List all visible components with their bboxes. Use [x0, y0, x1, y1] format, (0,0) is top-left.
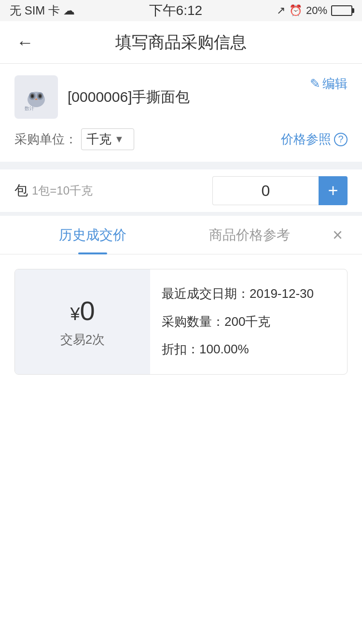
tab-history-label: 历史成交价: [59, 226, 126, 244]
location-icon: ↗: [277, 4, 285, 17]
sim-label: 无 SIM 卡 ☁: [10, 3, 75, 18]
battery-icon: [331, 5, 352, 16]
nav-bar: ← 填写商品采购信息: [0, 21, 362, 64]
product-name: [0000006]手撕面包: [68, 87, 190, 107]
price-ref-label: 价格参照: [281, 131, 331, 148]
price-ref-button[interactable]: 价格参照 ?: [281, 131, 348, 148]
help-icon: ?: [334, 133, 348, 146]
tabs-container: 历史成交价 商品价格参考 × ¥0 交易2次 最近成交日期：2019-12-30…: [0, 216, 362, 389]
product-thumbnail: 数计: [14, 75, 58, 119]
recent-date: 最近成交日期：2019-12-30: [162, 284, 335, 304]
tab-price-ref[interactable]: 商品价格参考: [171, 216, 327, 254]
qty-unit-label: 包: [14, 182, 28, 200]
product-card: 数计 [0000006]手撕面包 ✎ 编辑 采购单位： 千克 ▼ 价格参照 ?: [0, 64, 362, 162]
unit-value: 千克: [86, 131, 111, 148]
history-content: ¥0 交易2次 最近成交日期：2019-12-30 采购数量：200千克 折扣：…: [0, 254, 362, 389]
tab-price-ref-label: 商品价格参考: [209, 226, 290, 244]
quantity-row: 包 1包=10千克 +: [0, 169, 362, 212]
quantity-input[interactable]: [212, 176, 319, 205]
page-title: 填写商品采购信息: [115, 31, 247, 54]
svg-point-6: [39, 95, 41, 98]
tab-history-price[interactable]: 历史成交价: [14, 216, 171, 254]
edit-icon: ✎: [310, 76, 320, 91]
product-image: 数计: [22, 83, 51, 112]
price-value: 0: [80, 295, 95, 326]
tabs-header: 历史成交价 商品价格参考 ×: [0, 216, 362, 254]
discount: 折扣：100.00%: [162, 339, 335, 360]
edit-button[interactable]: ✎ 编辑: [310, 75, 348, 92]
trade-count: 交易2次: [60, 331, 105, 348]
price-history-left: ¥0 交易2次: [15, 269, 150, 374]
plus-icon: +: [328, 181, 338, 201]
svg-point-5: [31, 95, 33, 98]
unit-label-text: 采购单位：: [14, 131, 77, 148]
section-divider: [0, 162, 362, 169]
currency-symbol: ¥: [70, 304, 80, 324]
price-history-card: ¥0 交易2次 最近成交日期：2019-12-30 采购数量：200千克 折扣：…: [14, 269, 348, 375]
status-time: 下午6:12: [149, 1, 203, 20]
chevron-down-icon: ▼: [114, 134, 124, 145]
status-right: ↗ ⏰ 20%: [277, 4, 352, 17]
status-bar: 无 SIM 卡 ☁ 下午6:12 ↗ ⏰ 20%: [0, 0, 362, 21]
bottom-space: [0, 389, 362, 644]
qty-input-group: +: [212, 176, 348, 205]
qty-plus-button[interactable]: +: [319, 176, 348, 205]
qty-label: 包 1包=10千克: [14, 182, 93, 200]
back-button[interactable]: ←: [12, 28, 39, 57]
svg-text:数计: 数计: [25, 106, 34, 111]
product-left: 数计 [0000006]手撕面包: [14, 75, 190, 119]
price-amount: ¥0: [70, 295, 95, 326]
product-header: 数计 [0000006]手撕面包 ✎ 编辑: [14, 75, 348, 119]
unit-select-button[interactable]: 千克 ▼: [81, 128, 134, 150]
battery-percent: 20%: [306, 4, 327, 17]
price-history-right: 最近成交日期：2019-12-30 采购数量：200千克 折扣：100.00%: [150, 269, 347, 374]
edit-label: 编辑: [322, 75, 348, 92]
unit-label: 采购单位： 千克 ▼: [14, 128, 134, 150]
purchase-qty: 采购数量：200千克: [162, 312, 335, 332]
status-left: 无 SIM 卡 ☁: [10, 3, 75, 18]
product-unit-row: 采购单位： 千克 ▼ 价格参照 ?: [14, 128, 348, 150]
qty-unit-desc: 1包=10千克: [32, 183, 93, 198]
alarm-icon: ⏰: [289, 4, 302, 17]
tab-close-button[interactable]: ×: [328, 222, 348, 249]
